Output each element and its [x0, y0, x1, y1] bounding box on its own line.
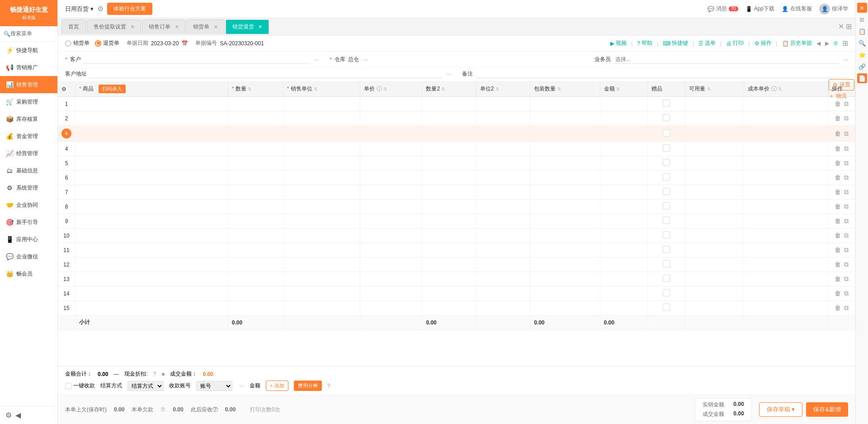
copy-icon-11[interactable]: ⧉ — [844, 246, 849, 253]
sales-rep-dots[interactable]: ··· — [844, 57, 848, 63]
pkg-qty-cell-8[interactable] — [530, 200, 600, 214]
amount-cell-5[interactable] — [600, 156, 648, 171]
sidebar-item-operations[interactable]: 📈 经营管理 — [0, 145, 57, 162]
amount-cell-10[interactable] — [600, 229, 648, 243]
quantity2-cell-12[interactable] — [422, 257, 476, 272]
gift-checkbox-6[interactable] — [663, 173, 670, 181]
pkg-qty-cell-2[interactable] — [530, 111, 600, 126]
amount-cell-14[interactable] — [600, 286, 648, 301]
gift-checkbox-15[interactable] — [663, 304, 670, 311]
quantity-cell-4[interactable] — [228, 142, 283, 156]
sidebar-item-inventory[interactable]: 📦 库存核算 — [0, 110, 57, 128]
radio-sale[interactable]: 销货单 — [65, 39, 90, 47]
unit2-cell-4[interactable] — [476, 142, 530, 156]
product-cell-12[interactable] — [75, 257, 228, 272]
save-draft-btn[interactable]: 保存草稿 ▾ — [759, 402, 803, 417]
amount-cell-12[interactable] — [600, 257, 648, 272]
product-cell-9[interactable] — [75, 214, 228, 229]
tab-home[interactable]: 首页 — [61, 19, 86, 34]
unit-price-cell-15[interactable] — [360, 301, 422, 315]
select-btn[interactable]: ☰ 选单 — [698, 39, 716, 47]
gift-checkbox-14[interactable] — [663, 289, 670, 296]
quantity-cell-6[interactable] — [228, 171, 283, 185]
sales-unit-cell-6[interactable] — [283, 171, 360, 185]
copy-icon-12[interactable]: ⧉ — [844, 261, 849, 268]
remark-input[interactable] — [476, 70, 848, 78]
amount-sort-icon[interactable]: ⇅ — [616, 86, 620, 91]
copy-icon-2[interactable]: ⧉ — [844, 114, 849, 122]
sales-unit-cell-2[interactable] — [283, 111, 360, 126]
delete-icon-6[interactable]: 🗑 — [835, 174, 841, 181]
sales-unit-cell-14[interactable] — [283, 286, 360, 301]
quantity2-cell-8[interactable] — [422, 200, 476, 214]
delete-icon-8[interactable]: 🗑 — [835, 203, 841, 210]
settings-form-btn[interactable]: ⚙ 设置 — [829, 79, 854, 91]
copy-icon-14[interactable]: ⧉ — [844, 290, 849, 297]
product-cell-3[interactable] — [75, 126, 228, 142]
available-cell-6[interactable] — [685, 171, 744, 185]
unit-price-cell-6[interactable] — [360, 171, 422, 185]
gear-th-icon[interactable]: ⚙ — [61, 86, 66, 92]
tab-price-settings[interactable]: 售价提取设置 × — [87, 19, 141, 34]
quantity2-cell-2[interactable] — [422, 111, 476, 126]
delete-icon-11[interactable]: 🗑 — [835, 246, 841, 253]
radio-return[interactable]: 退货单 — [95, 39, 119, 47]
quantity2-cell-11[interactable] — [422, 243, 476, 257]
history-btn[interactable]: 📋 历史单据 — [782, 39, 812, 47]
pkg-qty-cell-7[interactable] — [530, 185, 600, 200]
fee-split-btn[interactable]: 费用分摊 — [294, 381, 322, 391]
quantity-cell-11[interactable] — [228, 243, 283, 257]
pkg-sort-icon[interactable]: ⇅ — [557, 86, 561, 91]
unit-price-cell-7[interactable] — [360, 185, 422, 200]
pkg-qty-cell-15[interactable] — [530, 301, 600, 315]
available-cell-7[interactable] — [685, 185, 744, 200]
quantity2-cell-10[interactable] — [422, 229, 476, 243]
delete-icon-4[interactable]: 🗑 — [835, 145, 841, 152]
gift-cell-2[interactable] — [648, 111, 685, 126]
unit2-cell-12[interactable] — [476, 257, 530, 272]
delete-icon-5[interactable]: 🗑 — [835, 159, 841, 167]
sidebar-item-purchase[interactable]: 🛒 采购管理 — [0, 93, 57, 110]
settings-gear-icon[interactable]: ⚙ — [97, 5, 104, 13]
tab-sales-delivery[interactable]: 销货单 × — [186, 19, 224, 34]
right-tool-list[interactable]: ≡ — [857, 3, 867, 13]
video-btn[interactable]: ▶ 视频 — [610, 39, 627, 47]
unit-price-cell-2[interactable] — [360, 111, 422, 126]
copy-icon-5[interactable]: ⧉ — [844, 159, 849, 167]
unit-price-cell-8[interactable] — [360, 200, 422, 214]
cost-price-cell-4[interactable] — [744, 142, 828, 156]
unit2-cell-15[interactable] — [476, 301, 530, 315]
copy-icon-3[interactable]: ⧉ — [844, 130, 849, 137]
amount-cell-9[interactable] — [600, 214, 648, 229]
product-input-3[interactable] — [79, 130, 224, 137]
quantity2-cell-3[interactable] — [422, 126, 476, 142]
copy-icon-7[interactable]: ⧉ — [844, 188, 849, 195]
unit-price-cell-4[interactable] — [360, 142, 422, 156]
product-cell-13[interactable] — [75, 272, 228, 286]
amount-cell-6[interactable] — [600, 171, 648, 185]
right-tool-doc[interactable]: 📄 — [857, 73, 867, 83]
unit2-cell-7[interactable] — [476, 185, 530, 200]
delete-icon-7[interactable]: 🗑 — [835, 188, 841, 195]
unit2-cell-2[interactable] — [476, 111, 530, 126]
sales-unit-cell-4[interactable] — [283, 142, 360, 156]
quantity-cell-5[interactable] — [228, 156, 283, 171]
right-tool-clipboard[interactable]: 📋 — [857, 26, 867, 36]
sidebar-item-finance[interactable]: 💰 资金管理 — [0, 128, 57, 145]
product-cell-1[interactable] — [75, 97, 228, 111]
delete-icon-1[interactable]: 🗑 — [835, 100, 841, 107]
quantity2-cell-1[interactable] — [422, 97, 476, 111]
experience-btn[interactable]: 体验行业方案 — [107, 3, 152, 15]
gift-cell-11[interactable] — [648, 243, 685, 257]
gift-checkbox-2[interactable] — [663, 114, 670, 121]
sales-unit-cell-10[interactable] — [283, 229, 360, 243]
delete-icon-13[interactable]: 🗑 — [835, 275, 841, 282]
unit-price-cell-5[interactable] — [360, 156, 422, 171]
quantity-cell-12[interactable] — [228, 257, 283, 272]
gift-cell-9[interactable] — [648, 214, 685, 229]
gift-checkbox-11[interactable] — [663, 246, 670, 253]
gift-checkbox-10[interactable] — [663, 231, 670, 238]
cost-price-cell-5[interactable] — [744, 156, 828, 171]
unit2-cell-11[interactable] — [476, 243, 530, 257]
grid-view-icon[interactable]: ⊞ — [842, 39, 848, 48]
